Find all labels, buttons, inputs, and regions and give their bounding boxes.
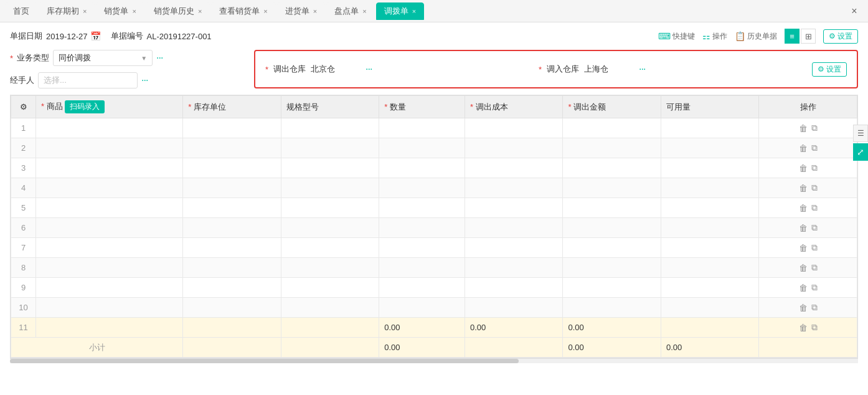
cost-cell[interactable] <box>465 258 563 278</box>
transfer-out-more-button[interactable]: ··· <box>366 64 372 75</box>
qty-cell[interactable] <box>379 258 465 278</box>
close-tab-inventory-init[interactable]: × <box>83 7 87 15</box>
float-list-button[interactable]: ☰ <box>853 125 868 142</box>
copy-row-icon[interactable]: ⧉ <box>811 202 818 213</box>
cost-cell[interactable] <box>465 278 563 298</box>
scrollbar-thumb[interactable] <box>10 359 519 363</box>
spec-cell[interactable] <box>281 258 379 278</box>
delete-row-icon[interactable]: 🗑 <box>799 283 808 293</box>
product-cell[interactable] <box>36 298 183 318</box>
product-cell[interactable] <box>36 238 183 258</box>
delete-row-icon[interactable]: 🗑 <box>799 163 808 173</box>
unit-cell[interactable] <box>183 218 281 238</box>
copy-row-icon[interactable]: ⧉ <box>811 242 818 253</box>
col-header-gear[interactable]: ⚙ <box>11 96 36 118</box>
product-cell[interactable] <box>36 258 183 278</box>
tab-view-sales[interactable]: 查看销货单 × <box>211 2 275 20</box>
copy-row-icon[interactable]: ⧉ <box>811 183 818 193</box>
business-type-more-button[interactable]: ··· <box>156 52 163 64</box>
delete-row-icon[interactable]: 🗑 <box>799 223 808 233</box>
amount-cell[interactable] <box>563 258 661 278</box>
copy-subtotal-icon[interactable]: ⧉ <box>811 322 818 333</box>
cost-cell[interactable] <box>465 198 563 218</box>
product-cell[interactable] <box>36 178 183 198</box>
unit-cell[interactable] <box>183 298 281 318</box>
cost-cell[interactable] <box>465 238 563 258</box>
copy-row-icon[interactable]: ⧉ <box>811 163 818 173</box>
shortcut-button[interactable]: ⌨ 快捷键 <box>658 31 695 42</box>
cost-cell[interactable] <box>465 178 563 198</box>
qty-cell[interactable] <box>379 118 465 138</box>
amount-cell[interactable] <box>563 278 661 298</box>
transfer-in-more-button[interactable]: ··· <box>639 64 645 75</box>
float-expand-button[interactable]: ⤢ <box>853 143 868 161</box>
amount-cell[interactable] <box>563 298 661 318</box>
qty-cell[interactable] <box>379 198 465 218</box>
amount-cell[interactable] <box>563 178 661 198</box>
qty-cell[interactable] <box>379 158 465 178</box>
cost-cell[interactable] <box>465 118 563 138</box>
date-value-group[interactable]: 2019-12-27 📅 <box>46 31 101 41</box>
amount-cell[interactable] <box>563 138 661 158</box>
qty-cell[interactable] <box>379 278 465 298</box>
tab-inventory-check[interactable]: 盘点单 × <box>326 2 374 20</box>
warehouse-settings-button[interactable]: ⚙ 设置 <box>812 62 847 77</box>
unit-cell[interactable] <box>183 158 281 178</box>
amount-cell[interactable] <box>563 218 661 238</box>
delete-row-icon[interactable]: 🗑 <box>799 303 808 313</box>
operations-button[interactable]: ⚏ 操作 <box>702 31 727 42</box>
spec-cell[interactable] <box>281 238 379 258</box>
amount-cell[interactable] <box>563 238 661 258</box>
qty-cell[interactable] <box>379 218 465 238</box>
delete-row-icon[interactable]: 🗑 <box>799 243 808 253</box>
delete-subtotal-icon[interactable]: 🗑 <box>799 323 808 333</box>
copy-row-icon[interactable]: ⧉ <box>811 262 818 273</box>
copy-row-icon[interactable]: ⧉ <box>811 143 818 153</box>
product-cell[interactable] <box>36 118 183 138</box>
spec-cell[interactable] <box>281 158 379 178</box>
tab-sales-order[interactable]: 销货单 × <box>96 2 144 20</box>
spec-cell[interactable] <box>281 138 379 158</box>
unit-cell[interactable] <box>183 198 281 218</box>
subtotal-product-cell[interactable] <box>36 318 183 338</box>
cost-cell[interactable] <box>465 138 563 158</box>
calendar-icon[interactable]: 📅 <box>90 31 101 41</box>
amount-cell[interactable] <box>563 198 661 218</box>
copy-row-icon[interactable]: ⧉ <box>811 302 818 313</box>
grid-view-button[interactable]: ⊞ <box>801 29 816 44</box>
unit-cell[interactable] <box>183 258 281 278</box>
product-cell[interactable] <box>36 138 183 158</box>
qty-cell[interactable] <box>379 298 465 318</box>
settings-button[interactable]: ⚙ 设置 <box>823 29 858 44</box>
tab-transfer-order[interactable]: 调拨单 × <box>376 2 424 20</box>
delete-row-icon[interactable]: 🗑 <box>799 183 808 193</box>
amount-cell[interactable] <box>563 158 661 178</box>
copy-row-icon[interactable]: ⧉ <box>811 123 818 133</box>
scan-input-button[interactable]: 扫码录入 <box>65 100 105 113</box>
close-tab-sales-order[interactable]: × <box>132 7 136 15</box>
tab-sales-history[interactable]: 销货单历史 × <box>146 2 210 20</box>
business-type-select[interactable]: 同价调拨 ▼ <box>53 50 153 66</box>
spec-cell[interactable] <box>281 298 379 318</box>
close-tab-sales-history[interactable]: × <box>198 7 202 15</box>
copy-row-icon[interactable]: ⧉ <box>811 282 818 293</box>
product-cell[interactable] <box>36 278 183 298</box>
spec-cell[interactable] <box>281 118 379 138</box>
qty-cell[interactable] <box>379 178 465 198</box>
unit-cell[interactable] <box>183 278 281 298</box>
delete-row-icon[interactable]: 🗑 <box>799 203 808 213</box>
close-tab-transfer-order[interactable]: × <box>412 7 416 15</box>
spec-cell[interactable] <box>281 198 379 218</box>
tab-purchase-order[interactable]: 进货单 × <box>277 2 325 20</box>
product-cell[interactable] <box>36 218 183 238</box>
cost-cell[interactable] <box>465 158 563 178</box>
unit-cell[interactable] <box>183 238 281 258</box>
qty-cell[interactable] <box>379 238 465 258</box>
close-tab-purchase-order[interactable]: × <box>313 7 317 15</box>
spec-cell[interactable] <box>281 178 379 198</box>
delete-row-icon[interactable]: 🗑 <box>799 123 808 133</box>
unit-cell[interactable] <box>183 118 281 138</box>
delete-row-icon[interactable]: 🗑 <box>799 143 808 153</box>
delete-row-icon[interactable]: 🗑 <box>799 263 808 273</box>
qty-cell[interactable] <box>379 138 465 158</box>
